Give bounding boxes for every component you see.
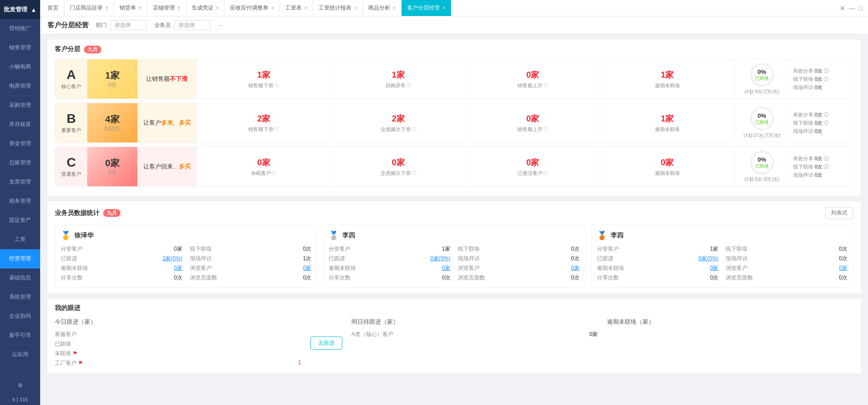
tab-close-icon[interactable]: × bbox=[354, 5, 357, 11]
tab-close-icon[interactable]: × bbox=[443, 5, 445, 11]
tab-店铺管理[interactable]: 店铺管理× bbox=[147, 0, 186, 16]
medal-silver-icon: 🥈 bbox=[329, 231, 339, 241]
sidebar-item-库存核算[interactable]: 库存核算 bbox=[0, 115, 40, 134]
tier-c-circle: 0% 已联络 计划 0次 (0天/次) bbox=[734, 147, 789, 186]
salesperson-header: 业务员数据统计 九月 列表式 bbox=[55, 207, 853, 219]
today-col-title: 今日跟进（家） bbox=[55, 318, 301, 326]
sp-stat-followed[interactable]: 已跟进1家(0%) bbox=[61, 255, 183, 263]
sp-stat-browse-cust[interactable]: 浏览客户0家 bbox=[190, 264, 312, 272]
tier-b-stat-1[interactable]: 2家 销售额下滑 ⓘ bbox=[197, 103, 331, 142]
tier-c-stats: 0家 休眠客户 ⓘ 0家 交易频次下滑 ⓘ 0家 已激活客户 ⓘ 0家 逾期未联… bbox=[197, 147, 734, 186]
tab-生成凭证[interactable]: 生成凭证× bbox=[186, 0, 225, 16]
sidebar-header[interactable]: 批发管理 ▲ bbox=[0, 0, 40, 19]
salesperson-card-2: 🥈 李四 分管客户1家 线下联络0次 已跟进0家(0%) 现场拜访0次 逾期未联… bbox=[323, 225, 585, 288]
sidebar-item-电商管理[interactable]: 电商管理 bbox=[0, 77, 40, 96]
goto-followup-button[interactable]: 去跟进 bbox=[310, 337, 342, 350]
tier-b-right-stats: 有效分享 0次 ⓘ 线下联络 0次 ⓘ 现场拜访 0次 bbox=[789, 103, 853, 142]
tab-商品分析[interactable]: 商品分析× bbox=[363, 0, 402, 16]
tab-close-icon[interactable]: × bbox=[105, 5, 108, 11]
tier-a-row: A 核心客户 1家 0万 让销售额不下滑 1家 销售额下滑 ⓘ 1家 bbox=[55, 59, 853, 99]
tier-c-stat-3[interactable]: 0家 已激活客户 ⓘ bbox=[466, 147, 601, 186]
dept-select[interactable]: 请选择 bbox=[110, 20, 147, 30]
sidebar-collapse-icon[interactable]: ▲ bbox=[31, 6, 37, 13]
tier-b-stats: 2家 销售额下滑 ⓘ 2家 交易频次下滑 ⓘ 0家 销售额上升 ⓘ 1家 逾期未… bbox=[197, 103, 734, 142]
tab-close-icon[interactable]: × bbox=[304, 5, 307, 11]
tab-close-icon[interactable]: × bbox=[139, 5, 141, 11]
tab-bar: 首页门店商品目录×销货单×店铺管理×生成凭证×应收应付调整单×工资表×工资统计报… bbox=[40, 0, 868, 16]
tier-a-label: A 核心客户 bbox=[55, 59, 87, 99]
tab-首页[interactable]: 首页 bbox=[42, 0, 64, 16]
sp-stat-visit: 现场拜访1次 bbox=[190, 255, 312, 263]
minimize-icon[interactable]: — bbox=[849, 5, 855, 12]
dept-filter-group: 部门 请选择 bbox=[96, 20, 147, 30]
tab-销货单[interactable]: 销货单× bbox=[114, 0, 147, 16]
tab-close-icon[interactable]: × bbox=[216, 5, 219, 11]
sidebar-item-总账管理[interactable]: 总账管理 bbox=[0, 153, 40, 173]
sidebar-item-固定资产[interactable]: 固定资产 bbox=[0, 211, 40, 230]
tab-close-icon[interactable]: × bbox=[393, 5, 396, 11]
overdue-followup-col: 逾期未联络（家） bbox=[607, 318, 853, 368]
maximize-icon[interactable]: □ bbox=[859, 5, 863, 12]
main-area: 首页门店商品目录×销货单×店铺管理×生成凭证×应收应付调整单×工资表×工资统计报… bbox=[40, 0, 868, 405]
tier-b-stat-3[interactable]: 0家 销售额上升 ⓘ bbox=[466, 103, 601, 142]
sidebar-title: 批发管理 bbox=[4, 5, 27, 14]
sidebar-item-采购管理[interactable]: 采购管理 bbox=[0, 96, 40, 115]
close-window-icon[interactable]: ✕ bbox=[840, 5, 845, 12]
sidebar-item-企业协同[interactable]: 企业协同 bbox=[0, 307, 40, 326]
tier-b-suggestion: 让客户多来、多买 bbox=[137, 103, 197, 142]
sidebar-item-工资[interactable]: 工资 bbox=[0, 230, 40, 249]
sidebar-item-基础信息[interactable]: 基础信息 bbox=[0, 268, 40, 288]
tier-c-stat-1[interactable]: 0家 休眠客户 ⓘ bbox=[197, 147, 331, 186]
sidebar-item-资金管理[interactable]: 资金管理 bbox=[0, 134, 40, 153]
tab-应收应付调整单[interactable]: 应收应付调整单× bbox=[225, 0, 280, 16]
sp-stat-overdue[interactable]: 逾期未联络0家 bbox=[61, 264, 183, 272]
tab-工资表[interactable]: 工资表× bbox=[280, 0, 313, 16]
sidebar-item-云应用[interactable]: 云应用 bbox=[0, 345, 40, 364]
tier-a-stat-3[interactable]: 0家 销售额上升 ⓘ bbox=[466, 59, 601, 99]
sidebar-item-销售管理[interactable]: 销售管理 bbox=[0, 38, 40, 58]
salesperson-label: 业务员 bbox=[154, 21, 171, 29]
content-body: 客户分层 九月 A 核心客户 1家 0万 让销售额不下滑 1家 bbox=[40, 34, 868, 405]
tab-门店商品目录[interactable]: 门店商品目录× bbox=[64, 0, 114, 16]
customer-tiers-section: 客户分层 九月 A 核心客户 1家 0万 让销售额不下滑 1家 bbox=[47, 40, 861, 196]
tab-工资统计报表[interactable]: 工资统计报表× bbox=[313, 0, 363, 16]
list-view-button[interactable]: 列表式 bbox=[825, 207, 853, 219]
tier-b-stat-2[interactable]: 2家 交易频次下滑 ⓘ bbox=[331, 103, 466, 142]
tier-a-stat-2[interactable]: 1家 回购异常 ⓘ bbox=[331, 59, 466, 99]
tier-a-suggestion: 让销售额不下滑 bbox=[137, 59, 197, 99]
tier-c-stat-2[interactable]: 0家 交易频次下滑 ⓘ bbox=[331, 147, 466, 186]
tab-客户分层经营[interactable]: 客户分层经营× bbox=[402, 0, 451, 16]
tomorrow-followup-col: 明日待跟进（家） A类（核心）客户0家 bbox=[351, 318, 598, 368]
tier-a-stat-4[interactable]: 1家 逾期未联络 bbox=[600, 59, 734, 99]
sidebar-item-系统管理[interactable]: 系统管理 bbox=[0, 288, 40, 307]
overdue-col-title: 逾期未联络（家） bbox=[607, 318, 853, 326]
salesperson-1-name: 徐泽华 bbox=[74, 231, 94, 240]
tab-close-icon[interactable]: × bbox=[271, 5, 274, 11]
sidebar-item-小畅电商[interactable]: 小畅电商 bbox=[0, 58, 40, 77]
customer-tiers-title: 客户分层 九月 bbox=[55, 45, 853, 53]
salesperson-filter-group: 业务员 请选择 bbox=[154, 20, 211, 30]
tier-c-row: C 普通客户 0家 0万 让客户回来、多买 0家 休眠客户 ⓘ 0家 bbox=[55, 147, 853, 187]
tier-a-stat-1[interactable]: 1家 销售额下滑 ⓘ bbox=[197, 59, 331, 99]
tier-c-right-stats: 有效分享 0次 ⓘ 线下联络 0次 ⓘ 现场拜访 0次 bbox=[789, 147, 853, 186]
tomorrow-col-title: 明日待跟进（家） bbox=[351, 318, 598, 326]
sidebar-item-新手引导[interactable]: 新手引导 bbox=[0, 326, 40, 345]
salesperson-select[interactable]: 请选择 bbox=[174, 20, 211, 30]
sidebar-item-经营管理[interactable]: 经营管理 bbox=[0, 249, 40, 268]
sidebar-item-营销推广[interactable]: 营销推广 bbox=[0, 19, 40, 38]
sidebar-item-发票管理[interactable]: 发票管理 bbox=[0, 173, 40, 192]
more-filters-icon[interactable]: ··· bbox=[218, 21, 224, 29]
tab-bar-actions: ✕ — □ bbox=[840, 5, 866, 12]
tier-a-count: 1家 0万 bbox=[87, 59, 137, 99]
salesperson-2-name: 李四 bbox=[342, 231, 355, 240]
tier-b-stat-4[interactable]: 1家 逾期未联络 bbox=[600, 103, 734, 142]
bottom-bar-text: It } 315 bbox=[0, 394, 40, 405]
tier-c-label: C 普通客户 bbox=[55, 147, 87, 186]
tab-close-icon[interactable]: × bbox=[178, 5, 180, 11]
settings-icon[interactable]: ⚙ bbox=[0, 377, 40, 394]
sp-stat-offline: 线下联络0次 bbox=[190, 245, 312, 253]
month-badge: 九月 bbox=[84, 46, 101, 53]
tier-c-stat-4[interactable]: 0家 逾期未联络 bbox=[600, 147, 734, 186]
sidebar-item-税务管理[interactable]: 税务管理 bbox=[0, 192, 40, 211]
sp-stat-browse-page: 浏览页面数0次 bbox=[190, 274, 312, 282]
